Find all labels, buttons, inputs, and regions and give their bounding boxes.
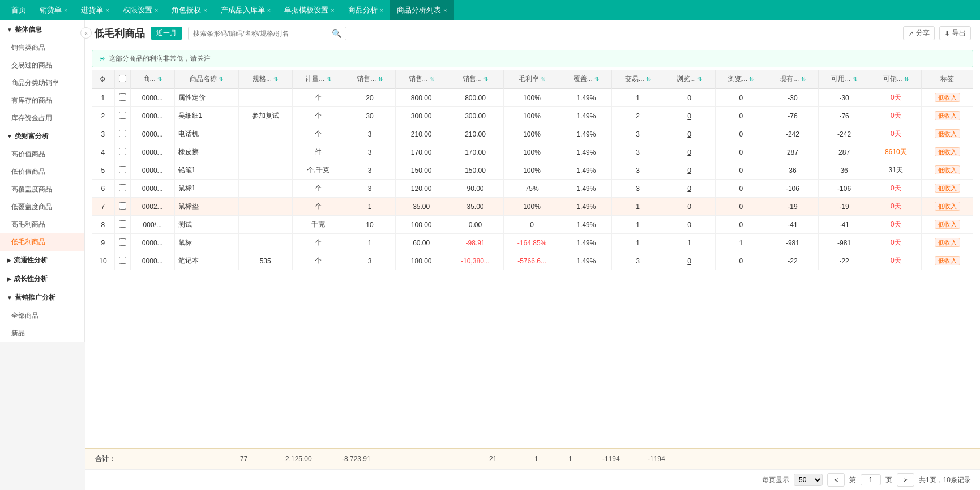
page-number-input[interactable] [861, 474, 881, 485]
row-check[interactable] [114, 143, 130, 161]
sidebar-item-high-value[interactable]: 高价值商品 [0, 146, 84, 163]
nav-sales-close[interactable]: × [64, 7, 67, 14]
browse1-link[interactable]: 0 [687, 167, 691, 174]
nav-permission-close[interactable]: × [155, 7, 158, 14]
row-browse1[interactable]: 1 [664, 234, 715, 252]
sidebar-group-wealth[interactable]: ▼ 类财富分析 [0, 127, 84, 146]
sidebar-group-growth[interactable]: ▶ 成长性分析 [0, 270, 84, 288]
row-browse1[interactable]: 0 [664, 180, 715, 198]
row-name[interactable]: 电话机 [174, 125, 238, 143]
nav-goods-list-close[interactable]: × [443, 7, 447, 14]
row-check[interactable] [114, 198, 130, 216]
row-check[interactable] [114, 161, 130, 180]
row-name[interactable]: 橡皮擦 [174, 143, 238, 161]
row-browse1[interactable]: 0 [664, 89, 715, 107]
nav-purchase[interactable]: 进货单 × [74, 0, 115, 20]
row-browse1[interactable]: 0 [664, 143, 715, 161]
col-gross-margin[interactable]: 毛利率 ⇅ [503, 70, 560, 89]
row-check[interactable] [114, 234, 130, 252]
row-browse1[interactable]: 0 [664, 198, 715, 216]
sidebar-group-marketing[interactable]: ▼ 营销推广分析 [0, 288, 84, 307]
browse1-link[interactable]: 1 [687, 239, 691, 247]
nav-goods-analysis[interactable]: 商品分析 × [341, 0, 390, 20]
browse1-link[interactable]: 0 [687, 148, 691, 156]
row-name[interactable]: 铅笔1 [174, 161, 238, 180]
sidebar-item-low-margin[interactable]: 低毛利商品 [0, 233, 84, 251]
share-btn[interactable]: ↗ 分享 [903, 26, 935, 40]
nav-role[interactable]: 角色授权 × [165, 0, 213, 20]
row-check[interactable] [114, 89, 130, 107]
row-name[interactable]: 鼠标垫 [174, 198, 238, 216]
col-spec[interactable]: 规格... ⇅ [238, 70, 292, 89]
browse1-link[interactable]: 0 [687, 112, 691, 120]
col-browse1[interactable]: 浏览... ⇅ [664, 70, 715, 89]
filter-recent-month-btn[interactable]: 近一月 [151, 27, 182, 40]
row-check[interactable] [114, 180, 130, 198]
nav-home[interactable]: 首页 [5, 0, 33, 20]
nav-purchase-close[interactable]: × [105, 7, 109, 14]
col-sale-price[interactable]: 销售... ⇅ [396, 70, 447, 89]
row-browse1[interactable]: 0 [664, 107, 715, 125]
sidebar-item-category-rate[interactable]: 商品分类助销率 [0, 74, 84, 92]
row-browse1[interactable]: 0 [664, 161, 715, 180]
sidebar-item-low-value[interactable]: 低价值商品 [0, 163, 84, 181]
sidebar-item-traded-goods[interactable]: 交易过的商品 [0, 57, 84, 74]
browse1-link[interactable]: 0 [687, 203, 691, 211]
sidebar-group-circulation[interactable]: ▶ 流通性分析 [0, 251, 84, 270]
check-all-checkbox[interactable] [119, 75, 126, 82]
sidebar-item-new-goods[interactable]: 新品 [0, 325, 84, 342]
col-tag[interactable]: 标签 [922, 70, 973, 89]
nav-product-in-close[interactable]: × [267, 7, 271, 14]
col-check-all[interactable] [114, 70, 130, 89]
col-available[interactable]: 可用... ⇅ [819, 70, 870, 89]
browse1-link[interactable]: 0 [687, 185, 691, 193]
prev-page-btn[interactable]: ＜ [827, 473, 845, 487]
nav-role-close[interactable]: × [203, 7, 207, 14]
browse1-link[interactable]: 0 [687, 257, 691, 265]
row-name[interactable]: 鼠标 [174, 234, 238, 252]
col-unit[interactable]: 计量... ⇅ [292, 70, 344, 89]
browse1-link[interactable]: 0 [687, 94, 691, 102]
next-page-btn[interactable]: ＞ [897, 473, 914, 487]
row-check[interactable] [114, 216, 130, 234]
col-sale-qty[interactable]: 销售... ⇅ [344, 70, 395, 89]
row-check[interactable] [114, 107, 130, 125]
col-code[interactable]: 商... ⇅ [130, 70, 174, 89]
nav-template-close[interactable]: × [331, 7, 334, 14]
row-browse1[interactable]: 0 [664, 125, 715, 143]
sidebar-item-all-goods[interactable]: 全部商品 [0, 307, 84, 325]
row-name[interactable]: 吴细细1 [174, 107, 238, 125]
export-btn[interactable]: ⬇ 导出 [939, 26, 971, 40]
row-name[interactable]: 属性定价 [174, 89, 238, 107]
row-name[interactable]: 鼠标1 [174, 180, 238, 198]
per-page-select[interactable]: 50 100 200 [794, 474, 823, 486]
search-input[interactable] [193, 29, 332, 37]
col-saleable-days[interactable]: 可销... ⇅ [870, 70, 922, 89]
sidebar-item-in-stock[interactable]: 有库存的商品 [0, 92, 84, 109]
nav-template[interactable]: 单据模板设置 × [277, 0, 341, 20]
nav-goods-list[interactable]: 商品分析列表 × [390, 0, 453, 20]
row-check[interactable] [114, 252, 130, 270]
sidebar-item-high-margin[interactable]: 高毛利商品 [0, 216, 84, 233]
col-trade[interactable]: 交易... ⇅ [612, 70, 664, 89]
col-current-stock[interactable]: 现有... ⇅ [767, 70, 818, 89]
sidebar-item-sales-goods[interactable]: 销售类商品 [0, 39, 84, 57]
sidebar-item-high-coverage[interactable]: 高覆盖度商品 [0, 181, 84, 198]
row-browse1[interactable]: 0 [664, 252, 715, 270]
row-check[interactable] [114, 125, 130, 143]
sidebar-group-overall[interactable]: ▼ 整体信息 [0, 20, 84, 39]
col-browse2[interactable]: 浏览... ⇅ [715, 70, 767, 89]
sidebar-item-stock-capital[interactable]: 库存资金占用 [0, 109, 84, 127]
sidebar-item-low-coverage[interactable]: 低覆盖度商品 [0, 198, 84, 216]
col-name[interactable]: 商品名称 ⇅ [174, 70, 238, 89]
row-name[interactable]: 笔记本 [174, 252, 238, 270]
nav-product-in[interactable]: 产成品入库单 × [214, 0, 277, 20]
sidebar-collapse-btn[interactable]: « [80, 27, 92, 39]
col-coverage[interactable]: 覆盖... ⇅ [560, 70, 612, 89]
nav-sales[interactable]: 销货单 × [33, 0, 74, 20]
browse1-link[interactable]: 0 [687, 130, 691, 138]
row-name[interactable]: 测试 [174, 216, 238, 234]
browse1-link[interactable]: 0 [687, 221, 691, 229]
nav-goods-analysis-close[interactable]: × [380, 7, 383, 14]
col-settings[interactable]: ⚙ [92, 70, 114, 89]
